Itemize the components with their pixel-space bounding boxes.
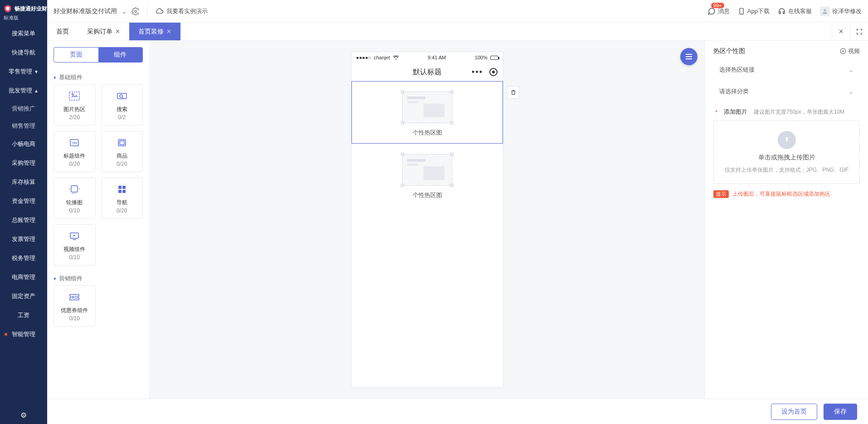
canvas-slot-1[interactable]: 个性热区图: [351, 81, 503, 144]
component-image-hotspot[interactable]: 图片热区 2/20: [54, 84, 96, 125]
select-link-dropdown[interactable]: 选择热区链接 ⌄: [713, 61, 860, 79]
nav-eshop[interactable]: 小畅电商: [0, 135, 47, 154]
app-switcher[interactable]: 好业财标准版交付试用 ⌄: [54, 7, 127, 15]
set-home-button[interactable]: 设为首页: [771, 404, 817, 420]
headset-icon: [778, 7, 786, 15]
search-comp-icon: [104, 89, 140, 103]
title-comp-icon: Title: [57, 136, 93, 149]
nav-quick[interactable]: 快捷导航: [0, 43, 47, 62]
nav-retail[interactable]: 零售管理▼: [0, 62, 47, 81]
svg-point-7: [120, 95, 122, 97]
demo-link[interactable]: 我要看实例演示: [155, 7, 208, 15]
panel-tabs: 页面 组件: [54, 47, 143, 63]
app-name: 好业财标准版交付试用: [54, 7, 117, 15]
brand-logo: 畅捷通好业财: [0, 0, 47, 14]
top-actions: 99+ 消息 App下载 在线客服: [707, 6, 862, 16]
component-search[interactable]: 搜索 0/2: [101, 84, 143, 125]
fullscreen-button[interactable]: [850, 23, 868, 40]
nav-salary[interactable]: 工资: [0, 306, 47, 325]
add-image-label-row: * 添加图片 建议图片宽度750px，单张图最大10M: [715, 108, 858, 116]
svg-rect-13: [71, 186, 78, 192]
panel-tab-component[interactable]: 组件: [98, 48, 143, 62]
svg-rect-19: [118, 190, 122, 193]
component-product[interactable]: 商品 0/20: [101, 131, 143, 172]
user-menu[interactable]: 徐泽华修改: [820, 6, 862, 16]
signal-icon: ●●●●○: [356, 55, 371, 60]
chevron-down-icon: ⌄: [848, 66, 854, 73]
panel-title: 热区个性图: [713, 47, 745, 55]
nav-wholesale-sales[interactable]: 销售管理: [0, 117, 47, 135]
target-icon[interactable]: [489, 68, 497, 76]
nav-fund[interactable]: 资金管理: [0, 192, 47, 211]
svg-rect-12: [120, 141, 124, 145]
tab-purchase-order[interactable]: 采购订单✕: [78, 23, 129, 40]
phone-title-bar: 默认标题 •••: [351, 63, 503, 81]
component-title[interactable]: Title 标题组件 0/20: [54, 131, 96, 172]
svg-rect-6: [117, 93, 127, 99]
nav-wholesale[interactable]: 批发管理▲: [0, 81, 47, 100]
nav-purchase[interactable]: 采购管理: [0, 154, 47, 173]
battery-percent: 100%: [475, 55, 488, 60]
nav-search-menu[interactable]: 搜索菜单: [0, 24, 47, 43]
sidebar-settings[interactable]: ⚙: [0, 406, 47, 424]
svg-rect-18: [122, 186, 126, 189]
svg-rect-20: [122, 190, 126, 193]
canvas[interactable]: ●●●●○ chanjet 9:41 AM 100% 默认标题 •••: [150, 41, 705, 424]
save-button[interactable]: 保存: [824, 404, 857, 420]
tab-home[interactable]: 首页: [47, 23, 78, 40]
section-basic-header[interactable]: ▾基础组件: [54, 71, 143, 84]
nav-inventory[interactable]: 库存核算: [0, 173, 47, 192]
chevron-down-icon: ⌄: [848, 88, 854, 95]
component-coupon[interactable]: 优惠券组件 0/10: [54, 285, 96, 327]
svg-line-8: [122, 97, 123, 99]
close-all-button[interactable]: ✕: [832, 23, 850, 40]
placeholder-image-icon: [402, 92, 452, 123]
svg-point-22: [72, 296, 74, 298]
svg-point-3: [824, 9, 826, 11]
component-carousel[interactable]: 轮播图 0/10: [54, 178, 96, 219]
component-nav[interactable]: 导航 0/20: [101, 178, 143, 219]
video-help-button[interactable]: 视频: [840, 47, 860, 55]
tab-home-decorate[interactable]: 首页装修✕: [129, 23, 180, 40]
svg-point-15: [74, 193, 75, 194]
property-panel: 热区个性图 视频 选择热区链接 ⌄ 请选择分类 ⌄ * 添加图片: [705, 41, 868, 424]
gear-icon: ⚙: [20, 411, 27, 419]
product-comp-icon: [104, 136, 140, 149]
phone-time: 9:41 AM: [428, 55, 446, 60]
logo-icon: [3, 4, 13, 14]
nav-ecom[interactable]: 电商管理: [0, 268, 47, 287]
placeholder-image-icon: [402, 154, 452, 186]
delete-slot-button[interactable]: [507, 86, 520, 99]
close-icon[interactable]: ✕: [166, 28, 171, 35]
nav-tax[interactable]: 税务管理: [0, 249, 47, 268]
nav-invoice[interactable]: 发票管理: [0, 230, 47, 249]
section-marketing-header[interactable]: ▾营销组件: [54, 272, 143, 285]
float-menu-button[interactable]: [680, 48, 697, 65]
brand-name: 畅捷通好业财: [15, 5, 47, 13]
component-panel: 页面 组件 ▾基础组件 图片热区 2/20 搜索: [47, 41, 150, 424]
panel-tab-page[interactable]: 页面: [54, 48, 98, 62]
phone-statusbar: ●●●●○ chanjet 9:41 AM 100%: [351, 52, 503, 63]
close-icon[interactable]: ✕: [115, 28, 120, 35]
coupon-comp-icon: [57, 290, 93, 304]
app-download-button[interactable]: App下载: [738, 7, 770, 15]
canvas-slot-2[interactable]: 个性热区图: [351, 144, 503, 206]
required-marker: *: [715, 109, 717, 116]
more-icon[interactable]: •••: [472, 67, 483, 77]
carrier-name: chanjet: [374, 55, 390, 60]
select-category-dropdown[interactable]: 请选择分类 ⌄: [713, 82, 860, 101]
video-comp-icon: [57, 229, 93, 243]
nav-gl[interactable]: 总账管理: [0, 211, 47, 230]
svg-point-0: [135, 10, 137, 12]
messages-button[interactable]: 99+ 消息: [707, 7, 730, 15]
nav-asset[interactable]: 固定资产: [0, 287, 47, 306]
upload-dropzone[interactable]: 单击或拖拽上传图片 仅支持上传单张图片，支持格式：JPG、PNG、GIF: [713, 120, 860, 184]
component-video[interactable]: 视频组件 0/10: [54, 224, 96, 265]
messages-badge: 99+: [711, 3, 724, 8]
message-icon: [707, 7, 716, 15]
customer-service-button[interactable]: 在线客服: [778, 7, 812, 15]
svg-rect-1: [740, 8, 743, 14]
nav-smart[interactable]: 智能管理: [0, 325, 47, 344]
nav-wholesale-promo[interactable]: 营销推广: [0, 100, 47, 117]
settings-icon[interactable]: [132, 7, 140, 15]
